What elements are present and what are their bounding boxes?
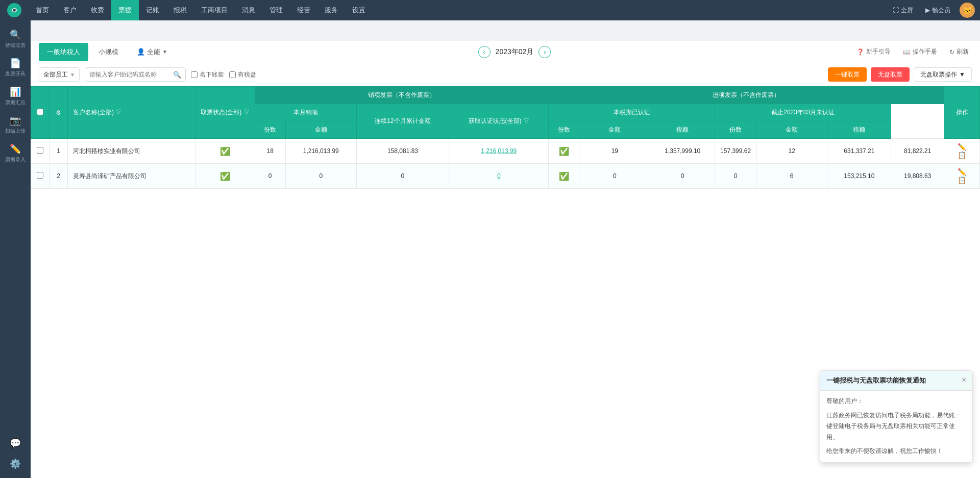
th-sales-group: 销项发票（不含作废票） bbox=[255, 87, 549, 104]
nav-business[interactable]: 工商项目 bbox=[194, 0, 235, 20]
sidebar-item-invoice-summary[interactable]: 📊 票据汇总 bbox=[2, 83, 29, 109]
tab-all[interactable]: 👤 全能 ▼ bbox=[129, 43, 176, 61]
employee-select-label: 全部员工 bbox=[43, 70, 68, 79]
nav-accounting[interactable]: 记账 bbox=[139, 0, 166, 20]
nav-fee[interactable]: 收费 bbox=[84, 0, 111, 20]
sidebar-message-button[interactable]: 💬 bbox=[6, 434, 24, 452]
notification-panel: 一键报税与无盘取票功能恢复通知 × 尊敬的用户： 江苏政务网已恢复访问电子税务局… bbox=[820, 370, 973, 463]
left-sidebar: 🔍 智能取票 📄 发票开具 📊 票据汇总 📷 扫描上传 ✏️ 票据录入 💬 ⚙️ bbox=[0, 20, 31, 478]
date-next-button[interactable]: › bbox=[538, 46, 551, 58]
th-input-uncert-count: 份数 bbox=[715, 121, 756, 139]
nav-service[interactable]: 服务 bbox=[317, 0, 345, 20]
th-input-cert-tax: 税额 bbox=[650, 121, 715, 139]
refresh-button[interactable]: ↻ 刷新 bbox=[946, 46, 972, 57]
top-right-actions: ⛶ 全屏 ▶ 畅会员 🐱 bbox=[890, 3, 975, 18]
th-fetch-status: 取票状态(全部) ▽ bbox=[195, 87, 255, 139]
th-checkbox bbox=[31, 87, 50, 139]
sidebar-item-invoice-entry[interactable]: ✏️ 票据录入 bbox=[2, 140, 29, 166]
sidebar-item-invoice-open[interactable]: 📄 发票开具 bbox=[2, 54, 29, 81]
sidebar-item-smart-fetch[interactable]: 🔍 智能取票 bbox=[2, 26, 29, 52]
row2-edit-icon[interactable]: ✏️ bbox=[958, 168, 966, 176]
new-guide-button[interactable]: ❓ 新手引导 bbox=[853, 46, 894, 57]
search-input[interactable] bbox=[89, 71, 171, 78]
notification-apology: 给您带来的不便敬请谅解，祝您工作愉快！ bbox=[826, 446, 966, 457]
refresh-icon: ↻ bbox=[949, 48, 954, 56]
row1-more-icon[interactable]: 📋 bbox=[958, 151, 966, 159]
fullscreen-button[interactable]: ⛶ 全屏 bbox=[890, 5, 916, 16]
row1-actions: ✏️ 📋 bbox=[944, 139, 980, 164]
tab-bar: 一般纳税人 小规模 👤 全能 ▼ ‹ 2023年02月 › ❓ 新手引导 📖 操… bbox=[31, 41, 980, 63]
row1-sales-count: 18 bbox=[255, 139, 285, 164]
row1-input-uncert-tax: 81,822.21 bbox=[891, 139, 944, 164]
invoice-open-icon: 📄 bbox=[10, 58, 21, 69]
row1-12m-link[interactable]: 1,216,013.99 bbox=[481, 147, 517, 155]
nav-tax[interactable]: 报税 bbox=[166, 0, 194, 20]
fullscreen-icon: ⛶ bbox=[893, 7, 899, 14]
row2-input-uncert-count: 6 bbox=[756, 164, 827, 189]
filter-own-accounts[interactable]: 名下账套 bbox=[191, 70, 224, 79]
search-box: 🔍 bbox=[85, 67, 186, 82]
row2-select-checkbox[interactable] bbox=[37, 172, 43, 179]
th-sales-month: 本月销项 bbox=[255, 104, 356, 121]
svg-point-1 bbox=[13, 9, 16, 12]
select-all-checkbox[interactable] bbox=[37, 109, 43, 115]
no-disk-ops-button[interactable]: 无盘取票操作 ▼ bbox=[914, 67, 972, 82]
nav-home[interactable]: 首页 bbox=[29, 0, 56, 20]
row1-input-cert-count: 19 bbox=[579, 139, 650, 164]
th-sales-amount: 金额 bbox=[285, 121, 356, 139]
top-navigation: 首页 客户 收费 票据 记账 报税 工商项目 消息 管理 经营 服务 设置 ⛶ … bbox=[0, 0, 980, 20]
tab-small-scale[interactable]: 小规模 bbox=[90, 43, 127, 61]
one-click-fetch-button[interactable]: 一键取票 bbox=[828, 67, 867, 82]
sidebar-item-scan-upload[interactable]: 📷 扫描上传 bbox=[2, 111, 29, 138]
no-disk-fetch-button[interactable]: 无盘取票 bbox=[871, 67, 910, 82]
guide-icon: ❓ bbox=[856, 48, 864, 56]
th-input-uncertified: 截止2023年03月未认证 bbox=[715, 104, 891, 121]
th-customer: 客户名称(全部) ▽ bbox=[68, 87, 195, 139]
member-button[interactable]: ▶ 畅会员 bbox=[922, 5, 953, 16]
row2-12m-link[interactable]: 0 bbox=[497, 172, 501, 180]
user-avatar[interactable]: 🐱 bbox=[960, 3, 975, 18]
row1-input-uncert-amount: 631,337.21 bbox=[827, 139, 891, 164]
manual-button[interactable]: 📖 操作手册 bbox=[900, 46, 940, 57]
nav-manage[interactable]: 管理 bbox=[262, 0, 290, 20]
date-display: 2023年02月 bbox=[496, 47, 534, 57]
tab-general-taxpayer[interactable]: 一般纳税人 bbox=[39, 43, 88, 61]
row1-edit-icon[interactable]: ✏️ bbox=[958, 143, 966, 151]
row1-cert-status: ✅ bbox=[549, 139, 579, 164]
th-input-uncert-tax: 税额 bbox=[827, 121, 891, 139]
date-prev-button[interactable]: ‹ bbox=[478, 46, 491, 58]
nav-operation[interactable]: 经营 bbox=[290, 0, 317, 20]
row1-fetch-status: ✅ bbox=[195, 139, 255, 164]
sidebar-settings-button[interactable]: ⚙️ bbox=[6, 455, 24, 473]
toolbar-right-actions: 一键取票 无盘取票 无盘取票操作 ▼ bbox=[828, 67, 972, 82]
row2-sales-amount: 0 bbox=[285, 164, 356, 189]
search-icon[interactable]: 🔍 bbox=[173, 71, 181, 79]
notification-header: 一键报税与无盘取票功能恢复通知 × bbox=[820, 371, 972, 391]
notification-close-button[interactable]: × bbox=[962, 376, 966, 384]
nav-message[interactable]: 消息 bbox=[235, 0, 262, 20]
row1-status-icon: ✅ bbox=[220, 147, 230, 156]
nav-customer[interactable]: 客户 bbox=[56, 0, 84, 20]
row1-customer: 河北柯搭桉实业有限公司 bbox=[68, 139, 195, 164]
th-settings: ⚙ bbox=[50, 87, 68, 139]
row1-select-checkbox[interactable] bbox=[37, 147, 43, 154]
th-input-uncert-amount: 金额 bbox=[756, 121, 827, 139]
row2-sales-12m: 0 bbox=[449, 164, 549, 189]
row2-more-icon[interactable]: 📋 bbox=[958, 176, 966, 184]
nav-menu: 首页 客户 收费 票据 记账 报税 工商项目 消息 管理 经营 服务 设置 bbox=[29, 0, 890, 20]
th-actions: 操作 bbox=[944, 87, 980, 139]
row2-index: 2 bbox=[50, 164, 68, 189]
has-tax-disk-checkbox[interactable] bbox=[229, 71, 236, 78]
nav-settings[interactable]: 设置 bbox=[345, 0, 373, 20]
filter-has-tax-disk[interactable]: 有税盘 bbox=[229, 70, 256, 79]
row1-sales-tax: 158,081.83 bbox=[356, 139, 449, 164]
row2-input-cert-count: 0 bbox=[579, 164, 650, 189]
row2-status-icon: ✅ bbox=[220, 172, 230, 181]
own-accounts-checkbox[interactable] bbox=[191, 71, 198, 78]
nav-invoice[interactable]: 票据 bbox=[111, 0, 139, 20]
row2-cert-status: ✅ bbox=[549, 164, 579, 189]
row2-customer: 灵寿县尚泽矿产品有限公司 bbox=[68, 164, 195, 189]
th-input-certified: 本税期已认证 bbox=[549, 104, 715, 121]
employee-select[interactable]: 全部员工 ▼ bbox=[39, 67, 80, 82]
play-icon: ▶ bbox=[925, 7, 930, 14]
